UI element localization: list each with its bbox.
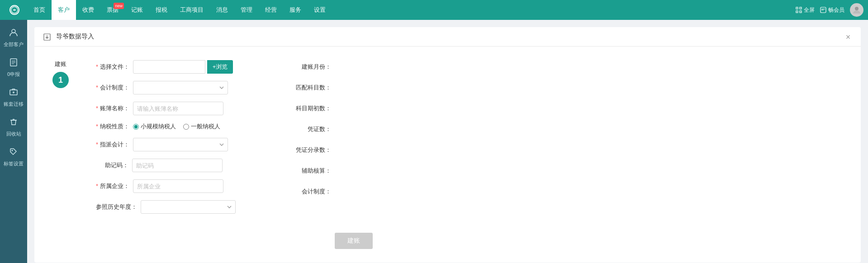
svg-point-6 <box>855 7 859 10</box>
nav-item-manage[interactable]: 管理 <box>234 0 259 20</box>
form-right-section: 建账月份： 匹配科目数： 科目期初数： 凭证数： <box>295 60 413 249</box>
svg-rect-1 <box>796 7 798 9</box>
panel-close-button[interactable]: × <box>843 32 854 42</box>
ledger-label: 账簿名称： <box>96 104 129 113</box>
voucher-entry-row: 凭证分录数： <box>295 143 413 157</box>
sidebar-item-tag-settings[interactable]: 标签设置 <box>0 144 27 171</box>
accounting-label: 会计制度： <box>96 84 129 92</box>
tag-settings-icon <box>9 147 18 159</box>
month-row: 建账月份： <box>295 60 413 74</box>
form-container: 建账 1 选择文件： +浏览 会计制度： <box>34 47 861 263</box>
main-layout: 全部客户 0申报 账套迁移 回收站 标签设置 <box>0 20 868 263</box>
member-icon <box>820 7 826 13</box>
nav-item-business[interactable]: 工商项目 <box>174 0 210 20</box>
sidebar-item-all-customers[interactable]: 全部客户 <box>0 24 27 52</box>
aux-value <box>335 164 389 178</box>
right-accounting-row: 会计制度： <box>295 185 413 198</box>
accountant-select[interactable] <box>133 138 228 151</box>
voucher-entry-value <box>335 143 389 157</box>
init-row: 科目期初数： <box>295 102 413 115</box>
accounting-select[interactable] <box>133 81 228 94</box>
fullscreen-btn[interactable]: 全屏 <box>796 6 815 14</box>
file-text-input[interactable] <box>133 60 205 74</box>
import-icon <box>43 33 52 40</box>
tax-label: 纳税性质： <box>96 122 129 131</box>
memo-input[interactable] <box>132 159 223 172</box>
step-label: 建账 <box>55 60 66 68</box>
svg-point-10 <box>12 150 13 151</box>
panel-title: 导爷数据导入 <box>56 33 94 41</box>
sidebar-item-recycle[interactable]: 回收站 <box>0 114 27 141</box>
right-accounting-label: 会计制度： <box>295 188 331 196</box>
tax-option1-label: 小规模纳税人 <box>141 122 176 131</box>
create-account-button[interactable]: 建账 <box>335 233 373 249</box>
voucher-value <box>335 122 389 136</box>
nav-item-bookkeeping[interactable]: 记账 <box>125 0 149 20</box>
tax-radio-general[interactable]: 一般纳税人 <box>183 122 220 131</box>
voucher-label: 凭证数： <box>295 125 331 133</box>
memo-label: 助记码： <box>96 161 128 169</box>
nav-item-settings[interactable]: 设置 <box>308 0 332 20</box>
history-row: 参照历史年度： <box>96 200 268 214</box>
migrate-icon <box>9 88 18 99</box>
all-customers-icon <box>9 28 18 39</box>
form-left: 选择文件： +浏览 会计制度： 账簿名称： <box>96 60 268 249</box>
step-number: 1 <box>52 72 69 88</box>
create-btn-area: 建账 <box>295 215 413 249</box>
recycle-icon <box>9 117 18 129</box>
browse-button[interactable]: +浏览 <box>207 60 233 74</box>
zero-report-icon <box>9 58 18 69</box>
accounting-row: 会计制度： <box>96 81 268 94</box>
history-label: 参照历史年度： <box>96 203 137 211</box>
content-area: 导爷数据导入 × 建账 1 选择文件： +浏览 <box>27 20 868 263</box>
file-input-group: +浏览 <box>133 60 233 74</box>
svg-rect-3 <box>796 11 798 13</box>
aux-label: 辅助核算： <box>295 167 331 175</box>
nav-item-service[interactable]: 服务 <box>283 0 308 20</box>
user-avatar[interactable] <box>850 3 863 17</box>
tax-option2-label: 一般纳税人 <box>191 122 220 131</box>
nav-item-operation[interactable]: 经营 <box>259 0 283 20</box>
nav-item-tax[interactable]: 报税 <box>149 0 174 20</box>
file-row: 选择文件： +浏览 <box>96 60 268 74</box>
sidebar-item-migrate[interactable]: 账套迁移 <box>0 84 27 111</box>
logo-icon <box>9 5 19 15</box>
company-input[interactable] <box>133 179 223 193</box>
nav-item-fee[interactable]: 收费 <box>76 0 100 20</box>
voucher-entry-label: 凭证分录数： <box>295 146 331 154</box>
nav-item-ticket[interactable]: 票据 new <box>100 0 125 20</box>
nav-item-customer[interactable]: 客户 <box>52 0 76 20</box>
company-label: 所属企业： <box>96 182 129 190</box>
nav-items: 首页 客户 收费 票据 new 记账 报税 工商项目 消息 管理 经营 服务 设… <box>27 0 796 20</box>
ledger-row: 账簿名称： <box>96 102 268 115</box>
svg-rect-2 <box>800 7 802 9</box>
nav-item-home[interactable]: 首页 <box>27 0 52 20</box>
match-value <box>335 81 389 94</box>
tax-radio-general-input[interactable] <box>183 124 189 130</box>
sidebar-item-zero-report[interactable]: 0申报 <box>0 54 27 81</box>
nav-item-message[interactable]: 消息 <box>210 0 234 20</box>
new-badge: new <box>114 3 124 9</box>
form-right: 建账月份： 匹配科目数： 科目期初数： 凭证数： <box>295 60 413 198</box>
file-label: 选择文件： <box>96 63 129 71</box>
company-row: 所属企业： <box>96 179 268 193</box>
accountant-row: 指派会计： <box>96 138 268 151</box>
app-logo <box>5 0 24 20</box>
ledger-input[interactable] <box>133 102 223 115</box>
svg-rect-4 <box>800 11 802 13</box>
nav-right: 全屏 畅会员 <box>796 3 863 17</box>
aux-row: 辅助核算： <box>295 164 413 178</box>
init-label: 科目期初数： <box>295 104 331 113</box>
history-select[interactable] <box>141 200 236 214</box>
init-value <box>335 102 389 115</box>
member-btn[interactable]: 畅会员 <box>820 6 844 14</box>
match-row: 匹配科目数： <box>295 81 413 94</box>
fullscreen-icon <box>796 7 802 13</box>
tax-radio-group: 小规模纳税人 一般纳税人 <box>133 122 220 131</box>
tax-radio-small[interactable]: 小规模纳税人 <box>133 122 176 131</box>
month-value <box>335 60 389 74</box>
tax-row: 纳税性质： 小规模纳税人 一般纳税人 <box>96 122 268 131</box>
top-nav: 首页 客户 收费 票据 new 记账 报税 工商项目 消息 管理 经营 服务 设… <box>0 0 868 20</box>
tax-radio-small-input[interactable] <box>133 124 139 130</box>
accountant-label: 指派会计： <box>96 141 129 149</box>
